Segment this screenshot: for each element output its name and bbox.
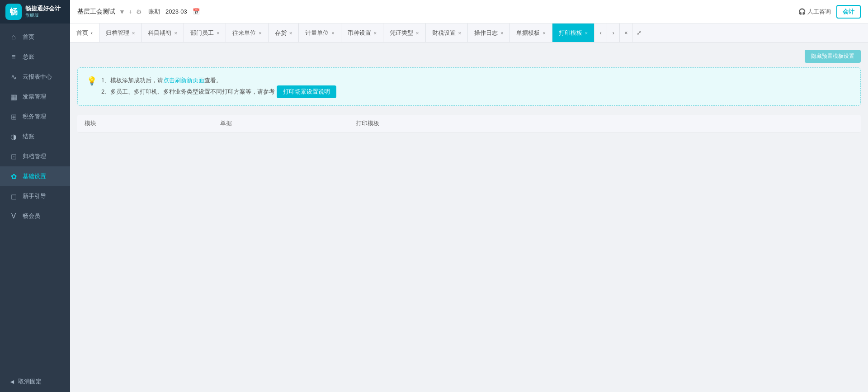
- notice-text: 1、模板添加成功后，请点击刷新新页面查看。 2、多员工、多打印机、多种业务类型设…: [101, 75, 851, 98]
- tab-close-inventory[interactable]: ×: [289, 30, 292, 36]
- member-icon: V: [9, 212, 18, 221]
- tax-icon: ⊞: [9, 112, 18, 121]
- period-label: 账期: [148, 8, 160, 16]
- tabbar: 首页‹归档管理×科目期初×部门员工×往来单位×存货×计量单位×币种设置×凭证类型…: [70, 24, 868, 43]
- home-icon: ⌂: [9, 33, 18, 42]
- company-name: 基层工会测试: [77, 8, 115, 16]
- dropdown-icon[interactable]: ▼: [119, 8, 125, 15]
- sidebar-label-guide: 新手引导: [23, 192, 46, 200]
- sidebar-logo: 畅 畅捷通好会计 旗舰版: [0, 0, 70, 24]
- logo-title: 畅捷通好会计: [25, 5, 61, 12]
- sidebar-item-home[interactable]: ⌂ 首页: [0, 27, 70, 47]
- sidebar-item-guide[interactable]: ◻ 新手引导: [0, 186, 70, 206]
- tab-close-voucher-type[interactable]: ×: [416, 30, 419, 36]
- close-all-tabs-btn[interactable]: ×: [620, 24, 632, 43]
- logo-subtitle: 旗舰版: [25, 12, 61, 19]
- accounting-button[interactable]: 会计: [836, 5, 861, 19]
- table-container: 模块 单据 打印模板: [77, 115, 861, 132]
- tab-close-currency[interactable]: ×: [374, 30, 377, 36]
- closing-icon: ◑: [9, 132, 18, 141]
- sidebar-item-settings[interactable]: ✿ 基础设置: [0, 166, 70, 186]
- tab-close-print-template[interactable]: ×: [585, 30, 588, 36]
- unpin-label: 取消固定: [18, 378, 42, 386]
- refresh-link[interactable]: 点击刷新新页面: [163, 77, 204, 84]
- notice-line1-after: 查看。: [204, 77, 222, 84]
- tab-close-tax-settings[interactable]: ×: [458, 30, 461, 36]
- tab-currency[interactable]: 币种设置×: [341, 24, 383, 43]
- tab-print-template[interactable]: 打印模板×: [552, 24, 594, 43]
- expand-icon: ⤢: [637, 29, 642, 36]
- sidebar-item-member[interactable]: V 畅会员: [0, 206, 70, 226]
- sidebar-label-home: 首页: [23, 33, 34, 41]
- close-all-icon: ×: [624, 29, 628, 36]
- calendar-icon[interactable]: 📅: [193, 8, 200, 15]
- reports-icon: ∿: [9, 72, 18, 81]
- sidebar-label-member: 畅会员: [23, 212, 40, 220]
- sidebar-label-tax: 税务管理: [23, 113, 46, 121]
- settings-icon: ✿: [9, 172, 18, 181]
- tab-close-unit-measure[interactable]: ×: [331, 30, 334, 36]
- sidebar-label-archive: 归档管理: [23, 152, 46, 161]
- ledger-icon: ≡: [9, 52, 18, 61]
- tab-label-bill-template: 单据模板: [516, 29, 540, 37]
- customer-service-label: 人工咨询: [807, 8, 831, 16]
- topbar-right: 🎧 人工咨询 会计: [798, 5, 861, 19]
- tab-label-print-template: 打印模板: [559, 29, 582, 37]
- table-header: 模块 单据 打印模板: [77, 115, 861, 132]
- tab-label-supplier-customer: 往来单位: [232, 29, 256, 37]
- settings-icon[interactable]: ⚙: [136, 8, 142, 15]
- add-tab-icon[interactable]: +: [129, 8, 132, 15]
- print-scene-btn[interactable]: 打印场景设置说明: [277, 85, 336, 98]
- sidebar-nav: ⌂ 首页 ≡ 总账 ∿ 云报表中心 ▦ 发票管理 ⊞ 税务管理 ◑ 结账 ⊡ 归…: [0, 24, 70, 371]
- tab-next-btn[interactable]: ›: [607, 24, 620, 43]
- sidebar-label-invoice: 发票管理: [23, 93, 46, 101]
- sidebar-footer[interactable]: ◄ 取消固定: [0, 371, 70, 392]
- sidebar-item-closing[interactable]: ◑ 结账: [0, 127, 70, 146]
- notice-box: 💡 1、模板添加成功后，请点击刷新新页面查看。 2、多员工、多打印机、多种业务类…: [77, 67, 861, 106]
- tab-operation-log[interactable]: 操作日志×: [468, 24, 510, 43]
- sidebar-item-reports[interactable]: ∿ 云报表中心: [0, 67, 70, 87]
- tab-voucher-type[interactable]: 凭证类型×: [383, 24, 425, 43]
- tab-close-archive-mgmt[interactable]: ×: [132, 30, 135, 36]
- tab-bill-template[interactable]: 单据模板×: [510, 24, 552, 43]
- topbar: 基层工会测试 ▼ + ⚙ 账期 2023-03 📅 🎧 人工咨询 会计: [70, 0, 868, 24]
- sidebar-item-ledger[interactable]: ≡ 总账: [0, 47, 70, 67]
- hide-template-button[interactable]: 隐藏预置模板设置: [805, 50, 861, 63]
- notice-line1-before: 1、模板添加成功后，请: [101, 77, 163, 84]
- unpin-icon: ◄: [9, 378, 15, 385]
- col-header-module: 模块: [77, 115, 213, 132]
- col-header-template: 打印模板: [349, 115, 861, 132]
- tab-home[interactable]: 首页‹: [70, 24, 99, 43]
- tab-label-dept-employee: 部门员工: [190, 29, 214, 37]
- tab-unit-measure[interactable]: 计量单位×: [299, 24, 341, 43]
- main-area: 基层工会测试 ▼ + ⚙ 账期 2023-03 📅 🎧 人工咨询 会计 首页‹归…: [70, 0, 868, 392]
- customer-service-btn[interactable]: 🎧 人工咨询: [798, 8, 831, 16]
- tab-label-archive-mgmt: 归档管理: [106, 29, 129, 37]
- tab-close-operation-log[interactable]: ×: [500, 30, 503, 36]
- tab-label-home: 首页: [76, 29, 88, 37]
- tab-prev-btn[interactable]: ‹: [594, 24, 607, 43]
- tab-tax-settings[interactable]: 财税设置×: [426, 24, 468, 43]
- tab-close-subject-period[interactable]: ×: [174, 30, 177, 36]
- tab-label-currency: 币种设置: [348, 29, 371, 37]
- col-header-bill: 单据: [213, 115, 349, 132]
- tab-supplier-customer[interactable]: 往来单位×: [226, 24, 268, 43]
- chevron-left-icon: ‹: [600, 29, 602, 36]
- logo-icon: 畅: [5, 4, 22, 20]
- tab-archive-mgmt[interactable]: 归档管理×: [99, 24, 142, 43]
- tab-subject-period[interactable]: 科目期初×: [142, 24, 184, 43]
- sidebar-label-reports: 云报表中心: [23, 73, 52, 81]
- sidebar-label-ledger: 总账: [23, 53, 34, 61]
- sidebar-item-invoice[interactable]: ▦ 发票管理: [0, 87, 70, 107]
- expand-btn[interactable]: ⤢: [632, 24, 645, 43]
- sidebar-item-tax[interactable]: ⊞ 税务管理: [0, 107, 70, 127]
- tab-label-inventory: 存货: [275, 29, 287, 37]
- tab-close-dept-employee[interactable]: ×: [217, 30, 219, 36]
- tab-inventory[interactable]: 存货×: [269, 24, 299, 43]
- sidebar-item-archive[interactable]: ⊡ 归档管理: [0, 146, 70, 166]
- headset-icon: 🎧: [798, 8, 806, 15]
- tab-close-bill-template[interactable]: ×: [542, 30, 545, 36]
- bulb-icon: 💡: [87, 76, 97, 86]
- tab-close-supplier-customer[interactable]: ×: [259, 30, 261, 36]
- tab-dept-employee[interactable]: 部门员工×: [184, 24, 226, 43]
